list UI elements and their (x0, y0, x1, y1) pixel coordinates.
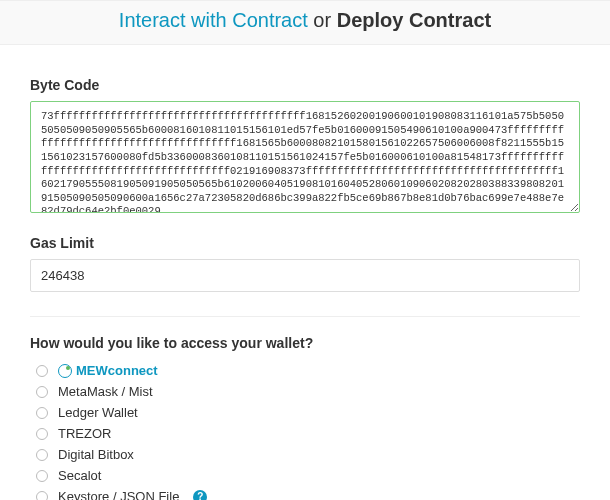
radio-icon[interactable] (36, 386, 48, 398)
wallet-option-digital-bitbox[interactable]: Digital Bitbox (36, 447, 580, 462)
radio-icon[interactable] (36, 491, 48, 501)
gas-limit-label: Gas Limit (30, 235, 580, 251)
wallet-option-label: Keystore / JSON File (58, 489, 179, 500)
header-tabs: Interact with Contract or Deploy Contrac… (0, 0, 610, 45)
radio-icon[interactable] (36, 449, 48, 461)
radio-icon[interactable] (36, 470, 48, 482)
radio-icon[interactable] (36, 428, 48, 440)
wallet-option-metamask[interactable]: MetaMask / Mist (36, 384, 580, 399)
wallet-option-mewconnect[interactable]: MEWconnect (36, 363, 580, 378)
wallet-option-secalot[interactable]: Secalot (36, 468, 580, 483)
help-icon[interactable]: ? (193, 490, 207, 501)
wallet-option-trezor[interactable]: TREZOR (36, 426, 580, 441)
wallet-options-list: MEWconnect MetaMask / Mist Ledger Wallet… (30, 363, 580, 500)
tab-interact[interactable]: Interact with Contract (119, 9, 308, 31)
wallet-option-label: TREZOR (58, 426, 111, 441)
wallet-option-keystore[interactable]: Keystore / JSON File ? (36, 489, 580, 500)
tab-deploy[interactable]: Deploy Contract (337, 9, 491, 31)
wallet-option-ledger[interactable]: Ledger Wallet (36, 405, 580, 420)
gas-limit-input[interactable] (30, 259, 580, 292)
radio-icon[interactable] (36, 407, 48, 419)
wallet-option-label: Secalot (58, 468, 101, 483)
section-divider (30, 316, 580, 317)
wallet-option-label: MEWconnect (76, 363, 158, 378)
mewconnect-icon (58, 364, 72, 378)
wallet-access-title: How would you like to access your wallet… (30, 335, 580, 351)
wallet-option-label: Digital Bitbox (58, 447, 134, 462)
wallet-option-label: MetaMask / Mist (58, 384, 153, 399)
tab-separator: or (308, 9, 337, 31)
wallet-option-label: Ledger Wallet (58, 405, 138, 420)
radio-icon[interactable] (36, 365, 48, 377)
bytecode-label: Byte Code (30, 77, 580, 93)
bytecode-input[interactable] (30, 101, 580, 213)
